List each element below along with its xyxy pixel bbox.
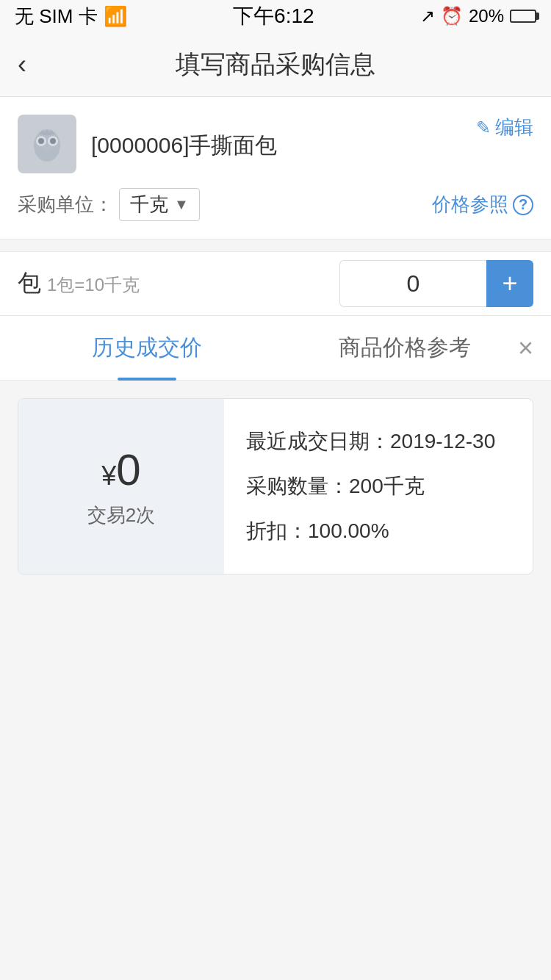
status-bar: 无 SIM 卡 📶 下午6:12 ↗ ⏰ 20%: [0, 0, 551, 32]
tabs-close-button[interactable]: ×: [518, 333, 533, 364]
discount-value: 100.00%: [308, 519, 389, 542]
sim-icon: 📶: [104, 5, 127, 28]
svg-point-3: [38, 138, 44, 144]
purchase-qty-value: 200千克: [349, 475, 425, 497]
tab-product-price-ref[interactable]: 商品价格参考: [276, 316, 533, 381]
owl-logo-icon: [25, 122, 69, 166]
page-title: 填写商品采购信息: [176, 48, 375, 82]
tab-history-price[interactable]: 历史成交价: [18, 316, 276, 381]
product-info: [0000006]手撕面包: [18, 115, 277, 173]
nav-bar: ‹ 填写商品采购信息: [0, 32, 551, 97]
svg-point-5: [43, 145, 51, 151]
quantity-input[interactable]: 0: [339, 260, 486, 307]
help-icon: ?: [513, 195, 533, 215]
unit-label-text: 采购单位：: [18, 192, 113, 217]
battery-icon: [510, 10, 536, 23]
carrier-text: 无 SIM 卡: [15, 4, 98, 29]
unit-value: 千克: [130, 192, 168, 217]
quantity-unit-sub: 1包=10千克: [47, 273, 140, 297]
recent-date-label: 最近成交日期：: [246, 430, 390, 453]
unit-dropdown-arrow: ▼: [174, 196, 189, 213]
product-card: [0000006]手撕面包 ✎ 编辑 采购单位： 千克 ▼ 价格参照 ?: [0, 97, 551, 239]
quantity-label: 包 1包=10千克: [18, 267, 140, 300]
edit-button[interactable]: ✎ 编辑: [476, 115, 533, 140]
svg-point-4: [50, 138, 56, 144]
tabs-header: 历史成交价 商品价格参考 ×: [0, 316, 551, 381]
edit-icon: ✎: [476, 118, 491, 138]
tabs-section: 历史成交价 商品价格参考 × ¥0 交易2次 最近成交日期：2019-12-30: [0, 316, 551, 601]
unit-label: 采购单位： 千克 ▼: [18, 188, 200, 221]
price-reference-button[interactable]: 价格参照 ?: [432, 192, 533, 217]
price-card-left: ¥0 交易2次: [18, 399, 224, 574]
status-time: 下午6:12: [233, 2, 314, 30]
location-icon: ↗: [420, 6, 435, 26]
tab-history-label: 历史成交价: [92, 333, 202, 363]
discount-row: 折扣：100.00%: [246, 515, 511, 548]
purchase-qty-row: 采购数量：200千克: [246, 470, 511, 503]
close-icon: ×: [518, 333, 533, 363]
price-amount: ¥0: [101, 444, 140, 495]
recent-date-value: 2019-12-30: [390, 430, 495, 453]
quantity-value: 0: [407, 270, 420, 298]
quantity-control: 0 +: [339, 260, 533, 307]
purchase-qty-label: 采购数量：: [246, 475, 349, 497]
plus-icon: +: [502, 268, 517, 299]
status-right-area: ↗ ⏰ 20%: [420, 6, 536, 26]
quantity-row: 包 1包=10千克 0 +: [0, 251, 551, 316]
discount-label: 折扣：: [246, 519, 308, 542]
tab-price-ref-label: 商品价格参考: [339, 333, 471, 363]
status-carrier: 无 SIM 卡 📶: [15, 4, 127, 29]
battery-percentage: 20%: [469, 6, 504, 26]
product-header: [0000006]手撕面包 ✎ 编辑: [18, 115, 533, 173]
quantity-unit-big: 包: [18, 267, 41, 300]
back-button[interactable]: ‹: [18, 49, 26, 80]
edit-label: 编辑: [495, 115, 533, 140]
quantity-plus-button[interactable]: +: [486, 260, 533, 307]
empty-area: [0, 601, 551, 980]
product-unit-row: 采购单位： 千克 ▼ 价格参照 ?: [18, 188, 533, 221]
price-card: ¥0 交易2次 最近成交日期：2019-12-30 采购数量：200千克 折扣：…: [18, 398, 533, 574]
content-panel: ¥0 交易2次 最近成交日期：2019-12-30 采购数量：200千克 折扣：…: [0, 381, 551, 601]
recent-date-row: 最近成交日期：2019-12-30: [246, 425, 511, 458]
product-name: [0000006]手撕面包: [91, 131, 277, 161]
price-currency: ¥: [101, 461, 116, 491]
product-thumbnail: [18, 115, 76, 173]
tab-active-indicator: [118, 378, 176, 381]
price-card-right: 最近成交日期：2019-12-30 采购数量：200千克 折扣：100.00%: [224, 399, 533, 574]
price-transaction-count: 交易2次: [87, 502, 155, 528]
alarm-icon: ⏰: [441, 6, 463, 26]
unit-selector[interactable]: 千克 ▼: [119, 188, 200, 221]
price-ref-label: 价格参照: [432, 192, 508, 217]
price-value: 0: [116, 445, 140, 494]
